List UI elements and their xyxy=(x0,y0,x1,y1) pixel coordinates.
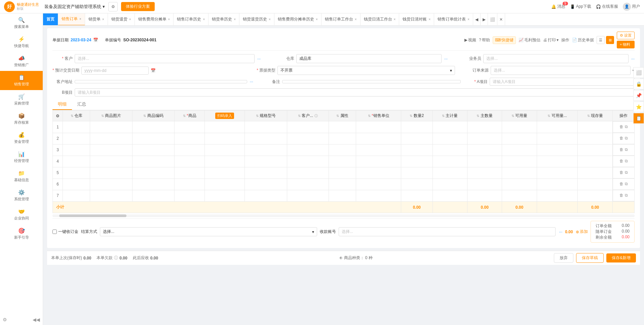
row2-attr[interactable] xyxy=(329,133,356,144)
b-project-input[interactable] xyxy=(75,88,635,96)
tab-sales-order-workbench[interactable]: 销售订单工作台 × xyxy=(321,13,361,26)
deposit-checkbox-label[interactable]: 一键收订金 xyxy=(52,229,78,235)
save-draft-button[interactable]: 保存草稿 xyxy=(576,253,604,263)
tab-close-order-history[interactable]: × xyxy=(203,17,205,21)
tab-home[interactable]: 首页 xyxy=(43,13,58,26)
sidebar-item-quick-nav[interactable]: ⚡ 快捷导航 xyxy=(0,33,43,52)
help-circle-icon[interactable]: ⓘ xyxy=(114,255,118,261)
a-project-input[interactable] xyxy=(490,78,635,86)
row1-warehouse[interactable] xyxy=(63,121,90,133)
row1-main-qty[interactable] xyxy=(467,121,502,133)
tab-sales-order[interactable]: 销售订单 × xyxy=(58,13,85,26)
tab-close-cash-check[interactable]: × xyxy=(428,17,430,21)
tab-cash-daily-check[interactable]: 钱货日清对账 × xyxy=(399,13,434,26)
warehouse-ellipsis[interactable]: ··· xyxy=(444,56,448,61)
notification-item[interactable]: 🔔 消息 9 xyxy=(551,4,565,9)
deposit-checkbox[interactable] xyxy=(52,230,57,234)
row2-customer-code[interactable] xyxy=(287,133,329,144)
customer-ellipsis[interactable]: ··· xyxy=(257,56,261,61)
row2-product[interactable] xyxy=(175,133,205,144)
invoice-type-select[interactable]: 不开票 ▾ xyxy=(277,66,455,75)
tab-close-refund-history[interactable]: × xyxy=(269,17,271,21)
tab-sales-refund[interactable]: 销货退货 × xyxy=(108,13,135,26)
settings-bottom-icon[interactable]: ⚙ xyxy=(3,317,7,322)
print-action[interactable]: 🖨 打印 ▾ xyxy=(543,37,559,43)
tab-next-btn[interactable]: ▶ xyxy=(481,13,488,25)
copy-icon-7[interactable]: ⧉ xyxy=(625,193,628,198)
sidebar-item-enterprise[interactable]: 🤝 企业协同 xyxy=(0,205,43,224)
tab-cash-daily-workbench[interactable]: 钱货日清工作台 × xyxy=(361,13,400,26)
th-settings[interactable]: ⚙ xyxy=(53,111,63,121)
row2-available2[interactable] xyxy=(537,133,578,144)
row2-available[interactable] xyxy=(502,133,537,144)
delete-icon-4[interactable]: 🗑 xyxy=(619,159,623,164)
float-btn-2[interactable]: 🔒 xyxy=(633,79,644,89)
tab-close-fee-split-history[interactable]: × xyxy=(316,17,318,21)
tab-close-cash-workbench[interactable]: × xyxy=(394,17,396,21)
sidebar-item-system[interactable]: ⚙️ 系统管理 xyxy=(0,186,43,205)
tab-close-return-history[interactable]: × xyxy=(234,17,236,21)
tab-detail[interactable]: 明细 xyxy=(52,99,72,110)
row1-available2[interactable] xyxy=(537,121,578,133)
row1-sales-unit[interactable] xyxy=(356,121,401,133)
salesperson-ellipsis[interactable]: ··· xyxy=(631,56,635,61)
copy-icon-6[interactable]: ⧉ xyxy=(625,181,628,187)
account-input[interactable]: 选择... xyxy=(339,227,556,236)
sidebar-item-finance[interactable]: 💰 资金管理 xyxy=(0,128,43,148)
delete-icon-6[interactable]: 🗑 xyxy=(619,181,623,187)
row2-stock[interactable] xyxy=(578,133,612,144)
row1-stock[interactable] xyxy=(578,121,612,133)
delivery-date-input[interactable] xyxy=(81,67,149,75)
help-action[interactable]: ? 帮助 xyxy=(479,37,490,43)
calendar-icon[interactable]: 📅 xyxy=(93,38,98,42)
sidebar-item-marketing[interactable]: 📣 营销推广 xyxy=(0,52,43,71)
horizontal-scrollbar[interactable] xyxy=(52,214,635,217)
view-action[interactable]: ▶ 视频 xyxy=(464,37,476,43)
salesperson-input[interactable]: 选择... xyxy=(483,54,629,63)
copy-icon-1[interactable]: ⧉ xyxy=(625,124,628,130)
row1-qty2[interactable] xyxy=(401,121,433,133)
remark-input[interactable] xyxy=(282,80,461,83)
tab-close-sales-order[interactable]: × xyxy=(79,17,81,21)
address-ellipsis[interactable]: ··· xyxy=(250,79,253,84)
grid-view-btn[interactable]: ⊞ xyxy=(606,36,614,44)
tab-prev-btn[interactable]: ◀ xyxy=(473,13,481,25)
tab-sales-return[interactable]: 销货单 × xyxy=(85,13,108,26)
customer-input[interactable]: 选择... xyxy=(75,54,255,63)
row2-sales-unit[interactable] xyxy=(356,133,401,144)
settings-icon[interactable]: ⚙ xyxy=(108,2,118,11)
scan-btn[interactable]: 扫码录入 xyxy=(215,113,234,119)
row2-main-unit[interactable] xyxy=(432,133,467,144)
order-source-input[interactable]: 选择... xyxy=(491,66,631,75)
row2-warehouse[interactable] xyxy=(63,133,90,144)
row2-qty2[interactable] xyxy=(401,133,433,144)
discard-button[interactable]: 放弃 xyxy=(554,253,573,263)
user-item[interactable]: 👤 用户 xyxy=(623,3,640,11)
address-input[interactable] xyxy=(75,80,247,83)
solution-button[interactable]: 体验行业方案 xyxy=(121,2,155,11)
copy-icon-4[interactable]: ⧉ xyxy=(625,159,628,164)
tab-close-order-workbench[interactable]: × xyxy=(355,17,357,21)
sidebar-item-base-info[interactable]: 📁 基础信息 xyxy=(0,167,43,186)
delete-icon-3[interactable]: 🗑 xyxy=(619,147,623,153)
add-material-btn[interactable]: + 物料 xyxy=(617,41,635,48)
tab-sales-order-history[interactable]: 销售订单历史 × xyxy=(174,13,209,26)
history-action[interactable]: 📄 历史单据 xyxy=(572,37,594,43)
delete-icon-1[interactable]: 🗑 xyxy=(619,124,623,130)
copy-icon-2[interactable]: ⧉ xyxy=(625,136,628,141)
warehouse-input[interactable]: 成品库 xyxy=(296,54,442,63)
tab-sales-refund-history[interactable]: 销货退货历史 × xyxy=(239,13,274,26)
calendar2-icon[interactable]: 📅 xyxy=(151,68,156,73)
online-service-item[interactable]: 🎧 在线客服 xyxy=(596,4,618,9)
tab-close-stats[interactable]: × xyxy=(467,17,469,21)
add-payment-btn[interactable]: ⊕ 添加 xyxy=(576,229,588,235)
row1-attr[interactable] xyxy=(329,121,356,133)
tab-sales-return-history[interactable]: 销货单历史 × xyxy=(209,13,239,26)
save-new-button[interactable]: 保存&新增 xyxy=(606,253,636,262)
collapse-icon[interactable]: ◀◀ xyxy=(33,317,40,322)
delete-icon-7[interactable]: 🗑 xyxy=(619,193,623,198)
sidebar-item-sales[interactable]: 📋 销售管理 xyxy=(0,71,43,90)
row1-product[interactable] xyxy=(175,121,205,133)
tab-close-all-btn[interactable]: ✕ xyxy=(497,13,505,25)
tab-expand-btn[interactable]: ⬜ xyxy=(488,13,497,25)
